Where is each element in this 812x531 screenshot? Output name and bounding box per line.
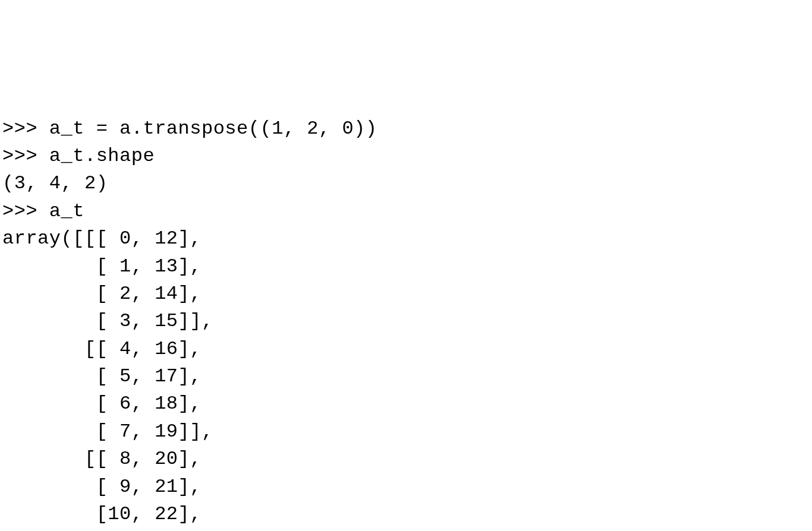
repl-output-line: array([[[ 0, 12],	[2, 225, 810, 252]
repl-output-line: [ 1, 13],	[2, 253, 810, 280]
repl-output-line: [ 7, 19]],	[2, 418, 810, 445]
repl-input-line: >>> a_t	[2, 198, 810, 225]
repl-output-line: [10, 22],	[2, 501, 810, 528]
repl-output-line: [[ 4, 16],	[2, 336, 810, 363]
repl-output-line: (3, 4, 2)	[2, 170, 810, 197]
repl-output-line: [ 6, 18],	[2, 390, 810, 418]
repl-output-line: [ 2, 14],	[2, 280, 810, 308]
repl-output-line: [[ 8, 20],	[2, 445, 810, 473]
repl-output-line: [11, 23]]])	[2, 528, 810, 531]
repl-output-line: [ 3, 15]],	[2, 308, 810, 335]
repl-input-line: >>> a_t.shape	[2, 143, 810, 170]
repl-input-line: >>> a_t = a.transpose((1, 2, 0))	[2, 115, 810, 143]
repl-output-line: [ 5, 17],	[2, 363, 810, 390]
repl-output-line: [ 9, 21],	[2, 473, 810, 501]
